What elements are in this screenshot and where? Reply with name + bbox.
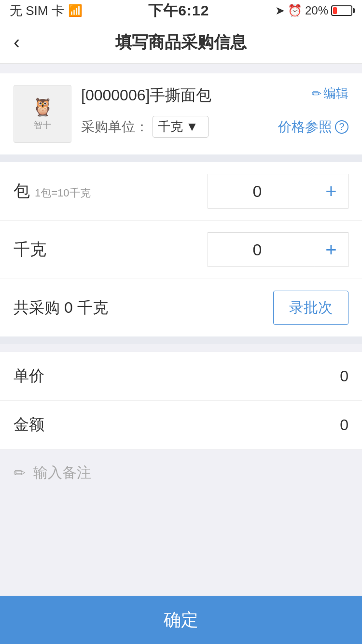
back-arrow-icon: ‹ xyxy=(14,31,20,53)
kg-input-row: 千克 + xyxy=(0,221,362,279)
price-ref-button[interactable]: 价格参照 ? xyxy=(278,118,348,136)
bag-input-row: 包 1包=10千克 + xyxy=(0,162,362,221)
amount-label: 金额 xyxy=(14,414,44,435)
notes-placeholder: 输入备注 xyxy=(33,463,91,483)
status-bar: 无 SIM 卡 📶 下午6:12 ➤ ⏰ 20% xyxy=(0,0,362,21)
notes-section[interactable]: ✏ 输入备注 xyxy=(0,449,362,496)
divider-1 xyxy=(0,154,362,162)
product-image: 🦉 智十 xyxy=(14,85,71,143)
status-right: ➤ ⏰ 20% xyxy=(275,4,352,17)
product-logo: 🦉 xyxy=(32,97,54,117)
kg-plus-button[interactable]: + xyxy=(314,232,348,267)
product-name: [0000006]手撕面包 xyxy=(81,85,211,106)
unit-select[interactable]: 千克 ▼ xyxy=(153,116,209,138)
edit-icon: ✏ xyxy=(312,87,321,100)
status-left: 无 SIM 卡 📶 xyxy=(10,2,83,19)
bag-sub-label: 1包=10千克 xyxy=(35,186,91,200)
page-title: 填写商品采购信息 xyxy=(115,31,247,54)
input-section: 包 1包=10千克 + 千克 + xyxy=(0,162,362,279)
divider-2 xyxy=(0,336,362,344)
dropdown-arrow-icon: ▼ xyxy=(186,119,198,134)
status-time: 下午6:12 xyxy=(148,1,209,21)
bag-controls: + xyxy=(91,174,348,209)
product-info: [0000006]手撕面包 ✏ 编辑 采购单位： 千克 ▼ 价格参照 ? xyxy=(81,85,348,138)
pencil-icon: ✏ xyxy=(14,464,26,481)
product-title-row: [0000006]手撕面包 ✏ 编辑 xyxy=(81,85,348,106)
amount-value: 0 xyxy=(340,416,348,434)
product-card: 🦉 智十 [0000006]手撕面包 ✏ 编辑 采购单位： 千克 ▼ 价格参照 xyxy=(0,73,362,154)
bag-label: 包 1包=10千克 xyxy=(14,180,91,202)
summary-row: 共采购 0 千克 录批次 xyxy=(0,279,362,336)
plus-icon-2: + xyxy=(325,239,336,261)
sim-status: 无 SIM 卡 xyxy=(10,2,64,19)
plus-icon: + xyxy=(325,181,336,202)
kg-quantity-input[interactable] xyxy=(208,232,314,267)
kg-controls: + xyxy=(91,232,348,267)
summary-text: 共采购 0 千克 xyxy=(14,297,108,319)
price-detail-section: 单价 0 金额 0 xyxy=(0,352,362,449)
amount-row: 金额 0 xyxy=(0,401,362,449)
price-ref-label: 价格参照 xyxy=(278,118,332,136)
bag-plus-button[interactable]: + xyxy=(314,174,348,209)
wifi-icon: 📶 xyxy=(68,4,83,17)
bag-quantity-input[interactable] xyxy=(208,174,314,209)
edit-button[interactable]: ✏ 编辑 xyxy=(312,85,348,102)
help-icon: ? xyxy=(335,120,348,134)
product-logo-text: 智十 xyxy=(34,119,51,131)
confirm-button[interactable]: 确定 xyxy=(0,596,362,644)
nav-bar: ‹ 填写商品采购信息 xyxy=(0,21,362,64)
battery-percent: 20% xyxy=(305,4,328,17)
location-icon: ➤ xyxy=(275,4,285,17)
unit-price-label: 单价 xyxy=(14,365,44,387)
product-unit-row: 采购单位： 千克 ▼ 价格参照 ? xyxy=(81,116,348,138)
unit-value: 千克 xyxy=(158,118,183,135)
kg-label: 千克 xyxy=(14,238,91,261)
unit-label: 采购单位： 千克 ▼ xyxy=(81,116,209,138)
unit-price-row: 单价 0 xyxy=(0,352,362,401)
unit-price-value: 0 xyxy=(340,367,348,385)
record-batch-button[interactable]: 录批次 xyxy=(273,291,348,325)
product-id: [0000006] xyxy=(81,86,150,104)
back-button[interactable]: ‹ xyxy=(14,31,20,53)
edit-label: 编辑 xyxy=(323,85,348,102)
alarm-icon: ⏰ xyxy=(288,4,302,17)
battery-icon xyxy=(331,5,352,16)
